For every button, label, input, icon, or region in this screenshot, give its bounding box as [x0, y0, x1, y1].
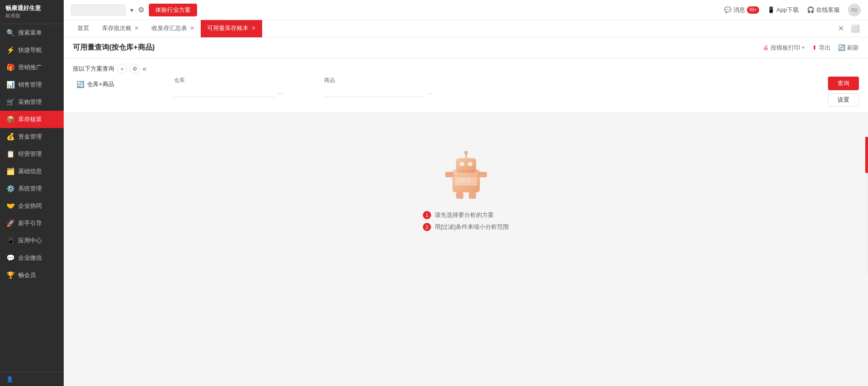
- dropdown-icon[interactable]: ▾: [130, 6, 133, 14]
- tab-available-ledger[interactable]: 可用量库存账本 ✕: [201, 20, 262, 37]
- sidebar-item-label: 快捷导航: [18, 46, 42, 54]
- message-icon: 💬: [724, 6, 731, 13]
- sidebar-item-inventory[interactable]: 📦 库存核算: [0, 111, 64, 128]
- app-version: 标准版: [5, 12, 58, 19]
- goods-label: 商品: [324, 77, 461, 84]
- print-dropdown-icon[interactable]: ▾: [802, 45, 805, 51]
- tabs-bar: 首页 库存批次账 ✕ 收发存汇总表 ✕ 可用量库存账本 ✕ ✕ ⬜: [64, 20, 868, 37]
- svg-rect-2: [460, 162, 464, 166]
- scrollbar-thumb[interactable]: [865, 137, 868, 173]
- message-badge: 99+: [747, 6, 759, 14]
- sidebar-item-marketing[interactable]: 🎁 营销推广: [0, 59, 64, 76]
- window-maximize-button[interactable]: ⬜: [850, 23, 861, 34]
- message-label: 消息: [733, 6, 745, 14]
- inventory-icon: 📦: [6, 115, 15, 124]
- page-title: 可用量查询(按仓库+商品): [73, 43, 155, 52]
- appstore-icon: 📱: [6, 237, 15, 245]
- app-download-button[interactable]: 📱 App下载: [767, 6, 799, 14]
- sidebar-item-basic[interactable]: 🗂️ 基础信息: [0, 163, 64, 180]
- export-button[interactable]: ⬆ 导出: [812, 44, 831, 52]
- tabs-window-buttons: ✕ ⬜: [835, 23, 861, 34]
- tab-receive-summary-close[interactable]: ✕: [190, 25, 194, 31]
- print-icon: 🖨: [763, 44, 769, 51]
- tab-receive-summary[interactable]: 收发存汇总表 ✕: [145, 20, 201, 37]
- phone-icon: 📱: [767, 6, 775, 13]
- scrollbar-track[interactable]: [865, 137, 868, 273]
- user-avatar[interactable]: Rit: [848, 4, 861, 16]
- print-button[interactable]: 🖨 按模板打印 ▾: [763, 44, 805, 52]
- warehouse-more-button[interactable]: ...: [278, 88, 283, 95]
- sidebar-item-label: 畅会员: [18, 271, 36, 279]
- tip-text-2: 用[过滤]条件来缩小分析范围: [435, 223, 509, 231]
- sidebar-item-shortcut[interactable]: ⚡ 快捷导航: [0, 41, 64, 59]
- svg-rect-7: [469, 192, 476, 199]
- empty-tips: 1 请先选择要分析的方案 2 用[过滤]条件来缩小分析范围: [423, 211, 509, 231]
- message-button[interactable]: 💬 消息 99+: [724, 6, 759, 14]
- sidebar-item-label: 资金管理: [18, 133, 42, 141]
- avatar-text: Rit: [851, 7, 857, 13]
- wechat-icon: 💬: [6, 254, 15, 262]
- sidebar-bottom[interactable]: 👤: [0, 372, 64, 386]
- filter-right-buttons: 查询 设置: [828, 64, 859, 107]
- sidebar-item-operations[interactable]: 📋 经营管理: [0, 145, 64, 163]
- sidebar-item-appstore[interactable]: 📱 应用中心: [0, 232, 64, 249]
- sidebar-item-member[interactable]: 🏆 畅会员: [0, 267, 64, 284]
- sidebar-item-purchase[interactable]: 🛒 采购管理: [0, 93, 64, 111]
- sidebar-item-sales[interactable]: 📊 销售管理: [0, 76, 64, 93]
- query-button[interactable]: 查询: [828, 77, 859, 90]
- purchase-icon: 🛒: [6, 98, 15, 106]
- online-service-button[interactable]: 🎧 在线客服: [807, 6, 840, 14]
- sidebar-item-label: 经营管理: [18, 150, 42, 158]
- sidebar-item-label: 企业协同: [18, 202, 42, 210]
- sidebar-item-finance[interactable]: 💰 资金管理: [0, 128, 64, 145]
- filter-warehouse-field: 仓库 ...: [174, 77, 310, 97]
- sidebar-item-label: 应用中心: [18, 237, 42, 245]
- filter-scheme-item[interactable]: 🔄 仓库+商品: [73, 78, 118, 90]
- basic-icon: 🗂️: [6, 167, 15, 175]
- tab-home[interactable]: 首页: [71, 20, 96, 37]
- tab-batch-ledger[interactable]: 库存批次账 ✕: [96, 20, 145, 37]
- filter-add-button[interactable]: +: [117, 64, 127, 74]
- newbie-icon: 🚀: [6, 219, 15, 227]
- sidebar-item-label: 库存核算: [18, 115, 42, 124]
- tab-batch-ledger-close[interactable]: ✕: [134, 25, 139, 31]
- scheme-icon: 🔄: [76, 81, 84, 88]
- goods-more-button[interactable]: ...: [428, 88, 433, 95]
- search-input[interactable]: [71, 5, 126, 15]
- system-icon: ⚙️: [6, 185, 15, 193]
- window-close-button[interactable]: ✕: [835, 23, 846, 34]
- sidebar-item-label: 采购管理: [18, 98, 42, 106]
- sidebar-item-system[interactable]: ⚙️ 系统管理: [0, 180, 64, 197]
- empty-tip-2: 2 用[过滤]条件来缩小分析范围: [423, 223, 509, 231]
- sidebar-item-newbie[interactable]: 🚀 新手引导: [0, 215, 64, 232]
- content-area: 可用量查询(按仓库+商品) 🖨 按模板打印 ▾ ⬆ 导出 🔄 刷新: [64, 37, 868, 386]
- sidebar-item-search[interactable]: 🔍 搜索菜单: [0, 24, 64, 41]
- tab-home-label: 首页: [77, 24, 89, 32]
- sidebar-item-enterprise[interactable]: 🤝 企业协同: [0, 197, 64, 215]
- trial-button[interactable]: 体验行业方案: [149, 4, 197, 16]
- warehouse-input[interactable]: [174, 86, 274, 97]
- sidebar-item-label: 基础信息: [18, 167, 42, 175]
- app-name: 畅康通好生意: [5, 5, 58, 12]
- tab-available-ledger-close[interactable]: ✕: [251, 25, 256, 31]
- sidebar-item-wechat[interactable]: 💬 企业微信: [0, 249, 64, 267]
- sales-icon: 📊: [6, 81, 15, 89]
- filter-collapse-button[interactable]: «: [142, 65, 147, 73]
- refresh-button[interactable]: 🔄 刷新: [838, 44, 859, 52]
- gear-icon[interactable]: ⚙: [138, 5, 144, 14]
- tab-available-ledger-label: 可用量库存账本: [207, 24, 249, 32]
- tab-receive-summary-label: 收发存汇总表: [152, 24, 187, 32]
- svg-text:?: ?: [467, 179, 470, 185]
- empty-illustration: ? ?: [439, 149, 493, 204]
- settings-action-button[interactable]: 设置: [828, 93, 859, 107]
- sidebar-item-label: 营销推广: [18, 63, 42, 72]
- empty-state: ? ? 1 请先选择要分析的方案 2 用[过滤]条件来缩小分析范围: [64, 113, 868, 268]
- sidebar-item-label: 企业微信: [18, 254, 42, 262]
- filter-goods-field: 商品 ...: [324, 77, 461, 97]
- goods-input[interactable]: [324, 86, 424, 97]
- svg-rect-1: [456, 158, 476, 173]
- tip-num-1: 1: [423, 211, 431, 219]
- empty-tip-1: 1 请先选择要分析的方案: [423, 211, 509, 219]
- app-download-label: App下载: [777, 6, 799, 14]
- filter-settings-button[interactable]: ⚙: [130, 64, 140, 74]
